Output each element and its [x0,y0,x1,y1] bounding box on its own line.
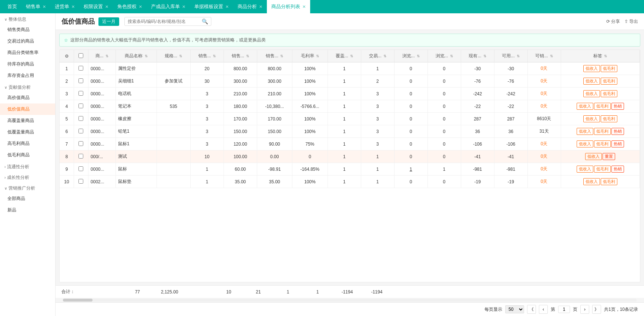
th-cover[interactable]: 覆盖... ⇅ [328,50,361,62]
nav-product-in[interactable]: 产成品入库单 ✕ [147,0,190,13]
nav-home[interactable]: 首页 [3,0,21,13]
row-browse1: 0 [394,100,427,113]
sidebar-item-new-products[interactable]: 新品 [0,204,55,216]
current-page-input[interactable] [558,306,570,313]
sidebar-item-high-margin[interactable]: 高毛利商品 [0,138,55,149]
nav-template[interactable]: 单据模板设置 ✕ [190,0,233,13]
row-name: 电话机 [115,88,157,100]
th-stock3[interactable]: 可销... ⇅ [527,50,561,62]
nav-close-product-analysis-list[interactable]: ✕ [302,4,306,9]
nav-close-product-analysis[interactable]: ✕ [259,4,262,9]
sidebar-group-overall[interactable]: ∨ 整体信息 [0,13,55,24]
sidebar-item-low-margin[interactable]: 低毛利商品 [0,149,55,161]
row-check[interactable] [78,179,83,184]
sidebar-item-sales-products[interactable]: 销售类商品 [0,24,55,35]
th-name[interactable]: 商品名称 ⇅ [115,50,157,62]
sidebar-group-contribution[interactable]: ∨ 贡献值分析 [0,81,55,92]
search-input[interactable] [128,19,202,24]
th-checkbox[interactable] [74,50,88,62]
row-check[interactable] [78,78,83,83]
row-check[interactable] [78,91,83,96]
sidebar-item-pending-stock[interactable]: 待库存的商品 [0,58,55,70]
tag-badge: 低毛利 [594,103,611,110]
sidebar-item-traded-products[interactable]: 交易过的商品 [0,35,55,47]
nav-product-analysis[interactable]: 商品分析 ✕ [233,0,267,13]
table-row: 3 0000... 电话机 3 210.00 210.00 100% 1 3 0… [60,88,640,100]
nav-close-product-in[interactable]: ✕ [182,4,185,9]
search-icon[interactable]: 🔍 [202,18,208,24]
th-s2[interactable]: 销售... ⇅ [224,50,257,62]
th-s3[interactable]: 销售... ⇅ [257,50,292,62]
next-page-button[interactable]: › [580,305,589,314]
sidebar-group-growth[interactable]: › 成长性分析 [0,171,55,182]
total-records-label: 共1页，10条记录 [604,306,638,313]
th-code[interactable]: 商... ⇅ [88,50,115,62]
row-checkbox[interactable] [74,100,88,113]
nav-sales[interactable]: 销售单 ✕ [21,0,50,13]
row-s1: 20 [190,62,224,75]
row-check[interactable] [78,103,83,108]
export-button[interactable]: ⇧ 导出 [624,18,638,25]
sidebar-item-category-sales-rate[interactable]: 商品分类销售率 [0,47,55,58]
row-check[interactable] [78,141,83,146]
row-check[interactable] [78,116,83,121]
row-stock1: -242 [461,88,494,100]
row-check[interactable] [78,129,83,133]
sidebar-group-marketing[interactable]: ∨ 营销推广分析 [0,182,55,193]
select-all-checkbox[interactable] [78,53,83,58]
nav-close-sales[interactable]: ✕ [43,4,46,9]
horizontal-scrollbar[interactable] [63,299,637,302]
th-trade[interactable]: 交易... ⇅ [361,50,394,62]
row-checkbox[interactable] [74,113,88,125]
row-check[interactable] [78,66,83,71]
row-check[interactable] [78,166,83,171]
row-checkbox[interactable] [74,176,88,188]
table-row: 7 0000... 鼠标1 3 120.00 90.00 75% 1 3 0 0… [60,138,640,150]
th-gross[interactable]: 毛利率 ⇅ [292,50,328,62]
sidebar-item-high-value[interactable]: 高价值商品 [0,92,55,103]
th-stock1[interactable]: 现有... ⇅ [461,50,494,62]
nav-purchase[interactable]: 进货单 ✕ [50,0,79,13]
th-stock2[interactable]: 可用... ⇅ [494,50,527,62]
nav-role[interactable]: 角色授权 ✕ [113,0,147,13]
th-settings[interactable]: ⚙ [60,50,74,62]
sidebar-item-stock-fund[interactable]: 库存资金占用 [0,70,55,81]
th-browse1[interactable]: 浏览... ⇅ [394,50,427,62]
row-checkbox[interactable] [74,138,88,150]
row-trade: 3 [361,100,394,113]
row-checkbox[interactable] [74,75,88,88]
row-s1: 3 [190,113,224,125]
nav-permission[interactable]: 权限设置 ✕ [79,0,113,13]
sidebar-group-liquidity[interactable]: › 流通性分析 [0,161,55,171]
row-checkbox[interactable] [74,62,88,75]
sidebar-item-high-coverage[interactable]: 高覆盖量商品 [0,115,55,126]
nav-close-permission[interactable]: ✕ [105,4,108,9]
row-checkbox[interactable] [74,125,88,138]
share-button[interactable]: ⟳ 分享 [606,18,620,25]
th-browse2[interactable]: 浏览... ⇅ [427,50,461,62]
nav-product-analysis-list[interactable]: 商品分析列表 ✕ [267,0,310,13]
first-page-button[interactable]: 《 [527,305,536,314]
th-spec[interactable]: 规格... ⇅ [157,50,190,62]
row-checkbox[interactable] [74,88,88,100]
browse1-value[interactable]: 1 [410,167,412,172]
filter-button[interactable]: 近一月 [98,17,119,26]
nav-close-role[interactable]: ✕ [139,4,142,9]
th-s1[interactable]: 销售... ⇅ [190,50,224,62]
row-spec [157,176,190,188]
nav-close-template[interactable]: ✕ [225,4,229,9]
per-page-select[interactable]: 50 100 200 [505,305,524,313]
row-browse1[interactable]: 1 [394,163,427,176]
last-page-button[interactable]: 》 [592,305,601,314]
sidebar-item-low-coverage[interactable]: 低覆盖量商品 [0,126,55,138]
row-gross: -5766.6... [292,100,328,113]
scrollbar-thumb[interactable] [63,299,93,302]
sidebar-item-all-products[interactable]: 全部商品 [0,193,55,204]
th-tags[interactable]: 标签 ⇅ [561,50,640,62]
row-checkbox[interactable] [74,163,88,176]
nav-close-purchase[interactable]: ✕ [71,4,75,9]
row-check[interactable] [78,154,83,159]
row-checkbox[interactable] [74,150,88,163]
prev-page-button[interactable]: ‹ [539,305,548,314]
sidebar-item-low-value[interactable]: 低价值商品 [0,103,55,115]
